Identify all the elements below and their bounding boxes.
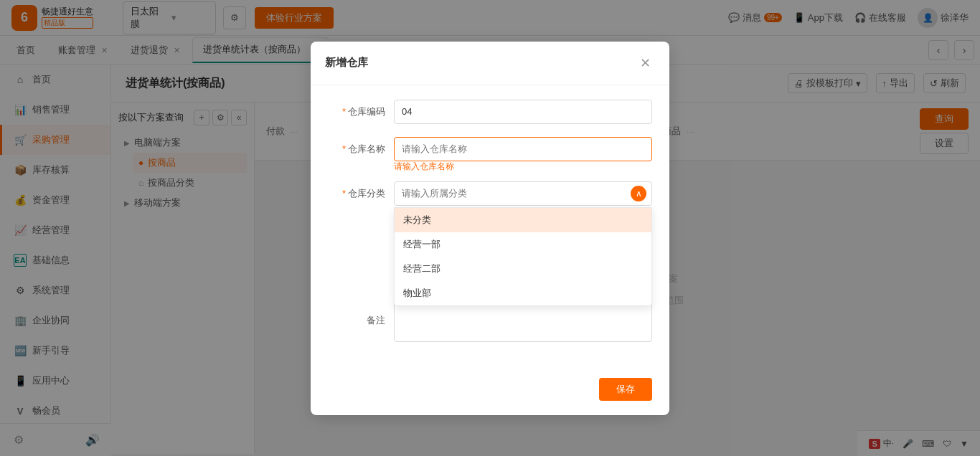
warehouse-name-row: 仓库名称 请输入仓库名称 — [328, 137, 652, 161]
dropdown-item-dept3[interactable]: 物业部 — [395, 281, 651, 305]
dropdown-item-unclassified[interactable]: 未分类 — [395, 208, 651, 232]
dropdown-item-dept1[interactable]: 经营一部 — [395, 232, 651, 257]
category-dropdown: 未分类 经营一部 经营二部 物业部 — [394, 207, 652, 306]
warehouse-category-row: 仓库分类 ∧ 未分类 经营一部 经营二部 物业部 — [328, 181, 652, 206]
notes-label: 备注 — [328, 314, 385, 327]
modal-overlay: 新增仓库 ✕ 仓库编码 仓库名称 请输入仓库名称 仓库分类 ∧ — [0, 0, 980, 456]
warehouse-category-input[interactable] — [394, 181, 652, 206]
warehouse-code-row: 仓库编码 — [328, 100, 652, 124]
warehouse-code-label: 仓库编码 — [328, 105, 385, 118]
warehouse-name-input[interactable] — [394, 137, 652, 161]
dropdown-item-dept2[interactable]: 经营二部 — [395, 257, 651, 281]
warehouse-name-error-msg: 请输入仓库名称 — [394, 161, 454, 173]
modal-title: 新增仓库 — [325, 56, 368, 70]
category-dropdown-arrow-icon[interactable]: ∧ — [631, 186, 646, 201]
warehouse-category-select-wrap: ∧ 未分类 经营一部 经营二部 物业部 — [394, 181, 652, 206]
save-button[interactable]: 保存 — [599, 378, 652, 401]
modal-footer: 保存 — [311, 369, 669, 415]
add-warehouse-modal: 新增仓库 ✕ 仓库编码 仓库名称 请输入仓库名称 仓库分类 ∧ — [311, 42, 669, 415]
modal-close-button[interactable]: ✕ — [635, 53, 655, 73]
warehouse-code-input[interactable] — [394, 100, 652, 124]
warehouse-category-label: 仓库分类 — [328, 187, 385, 200]
warehouse-name-label: 仓库名称 — [328, 143, 385, 156]
modal-body: 仓库编码 仓库名称 请输入仓库名称 仓库分类 ∧ 未分类 经营一部 经营二部 — [311, 85, 669, 369]
modal-header: 新增仓库 ✕ — [311, 42, 669, 85]
